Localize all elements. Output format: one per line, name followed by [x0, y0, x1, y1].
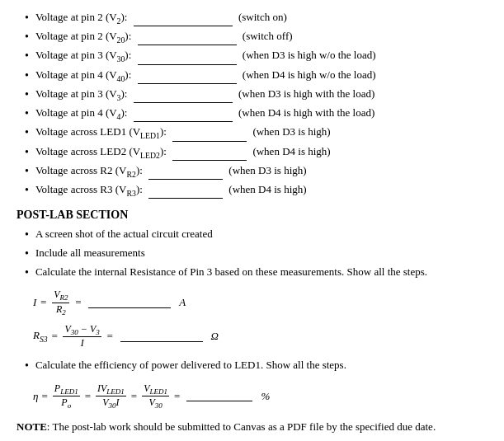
equals7: = — [131, 390, 137, 403]
blank-field — [138, 54, 237, 65]
current-equation: I = VR2 R2 = A — [33, 289, 488, 317]
equals1: = — [40, 296, 47, 309]
i-label: I — [33, 296, 36, 309]
unit-ohm: Ω — [211, 330, 219, 343]
efficiency-section: η = PLED1 Po = IVLED1 V30I = VLED1 V30 =… — [33, 382, 488, 411]
eta-frac1: PLED1 Po — [53, 382, 80, 411]
frac-denominator: I — [79, 337, 86, 350]
r-fraction: V30 − V3 I — [63, 323, 101, 350]
equals3: = — [51, 330, 59, 343]
efficiency-list: Calculate the efficiency of power delive… — [16, 358, 488, 374]
item-text: Voltage at pin 2 (V2): (switch on) — [35, 10, 287, 26]
blank-field — [172, 131, 247, 142]
post-lab-list: A screen shot of the actual circuit crea… — [16, 227, 488, 280]
list-item: Voltage at pin 2 (V2): (switch on) — [25, 10, 488, 26]
voltage-list: Voltage at pin 2 (V2): (switch on) Volta… — [16, 10, 488, 199]
frac-numerator: VR2 — [52, 289, 69, 303]
blank-field — [172, 150, 247, 161]
item-text: Calculate the efficiency of power delive… — [35, 358, 346, 373]
unit-a: A — [179, 296, 186, 309]
item-text: Voltage at pin 4 (V4): (when D4 is high … — [35, 106, 374, 122]
frac-denominator: V30I — [101, 396, 120, 410]
item-text: Voltage across LED2 (VLED2): (when D4 is… — [35, 144, 331, 161]
equals5: = — [41, 390, 47, 403]
blank-field — [134, 92, 233, 103]
equals8: = — [174, 390, 180, 403]
item-text: Voltage across R3 (VR3): (when D4 is hig… — [35, 182, 307, 199]
list-item: Calculate the internal Resistance of Pin… — [25, 265, 488, 281]
blank-field — [88, 298, 171, 308]
list-item: A screen shot of the actual circuit crea… — [25, 227, 488, 243]
list-item: Calculate the efficiency of power delive… — [25, 358, 488, 374]
list-item: Voltage across LED1 (VLED1): (when D3 is… — [25, 124, 488, 141]
note-section: NOTE: The post-lab work should be submit… — [16, 419, 488, 435]
item-text: Voltage across R2 (VR2): (when D3 is hig… — [35, 163, 307, 180]
equals4: = — [106, 330, 114, 343]
blank-field — [134, 16, 233, 26]
frac-denominator: Po — [59, 396, 73, 410]
list-item: Voltage at pin 2 (V20): (switch off) — [25, 29, 488, 45]
equals6: = — [85, 390, 91, 403]
list-item: Voltage at pin 3 (V30): (when D3 is high… — [25, 48, 488, 64]
eta-label: η — [33, 390, 38, 403]
list-item: Voltage at pin 4 (V40): (when D4 is high… — [25, 68, 488, 84]
note-bold: NOTE — [16, 420, 47, 433]
frac-numerator: IVLED1 — [96, 382, 126, 396]
item-text: Voltage at pin 3 (V30): (when D3 is high… — [35, 48, 376, 64]
frac-numerator: V30 − V3 — [63, 323, 101, 337]
frac-numerator: PLED1 — [53, 382, 80, 396]
blank-field — [134, 111, 233, 122]
list-item: Voltage at pin 4 (V4): (when D4 is high … — [25, 106, 488, 122]
eta-equation: η = PLED1 Po = IVLED1 V30I = VLED1 V30 =… — [33, 382, 488, 411]
item-text: Voltage at pin 4 (V40): (when D4 is high… — [35, 68, 376, 84]
blank-field — [138, 35, 237, 45]
item-text: Include all measurements — [35, 246, 145, 260]
r-label: RS3 — [33, 329, 48, 344]
list-item: Voltage at pin 3 (V3): (when D3 is high … — [25, 87, 488, 103]
frac-numerator: VLED1 — [142, 382, 169, 396]
blank-field — [138, 73, 237, 84]
blank-field — [148, 169, 223, 180]
post-lab-title: POST-LAB SECTION — [16, 209, 488, 222]
item-text: Voltage at pin 3 (V3): (when D3 is high … — [35, 87, 374, 103]
item-text: Calculate the internal Resistance of Pin… — [35, 265, 427, 279]
blank-field — [148, 188, 223, 199]
unit-pct: % — [261, 390, 270, 403]
list-item: Voltage across LED2 (VLED2): (when D4 is… — [25, 144, 488, 161]
item-text: A screen shot of the actual circuit crea… — [35, 227, 213, 242]
resistance-equation: RS3 = V30 − V3 I = Ω — [33, 323, 488, 350]
math-section: I = VR2 R2 = A RS3 = V30 − V3 I = Ω — [33, 289, 488, 350]
i-fraction: VR2 R2 — [52, 289, 69, 317]
frac-denominator: V30 — [147, 396, 163, 410]
eta-frac2: IVLED1 V30I — [96, 382, 126, 411]
item-text: Voltage at pin 2 (V20): (switch off) — [35, 29, 293, 45]
blank-field — [186, 391, 252, 401]
list-item: Voltage across R2 (VR2): (when D3 is hig… — [25, 163, 488, 180]
blank-field — [120, 331, 203, 342]
equals2: = — [74, 296, 82, 309]
eta-frac3: VLED1 V30 — [142, 382, 169, 411]
note-text: : The post-lab work should be submitted … — [47, 420, 436, 433]
list-item: Include all measurements — [25, 246, 488, 262]
item-text: Voltage across LED1 (VLED1): (when D3 is… — [35, 124, 331, 141]
frac-denominator: R2 — [54, 303, 68, 317]
list-item: Voltage across R3 (VR3): (when D4 is hig… — [25, 182, 488, 199]
